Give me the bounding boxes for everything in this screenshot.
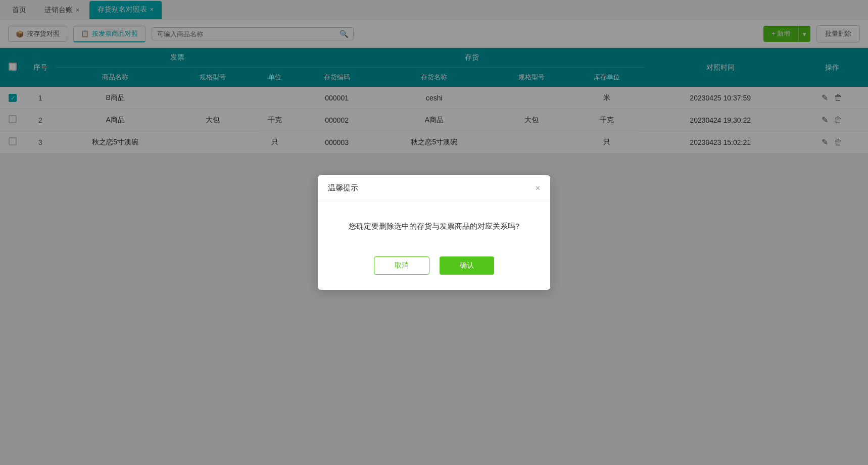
dialog-overlay: 温馨提示 × 您确定要删除选中的存货与发票商品的对应关系吗? 取消 确认 <box>0 0 868 153</box>
